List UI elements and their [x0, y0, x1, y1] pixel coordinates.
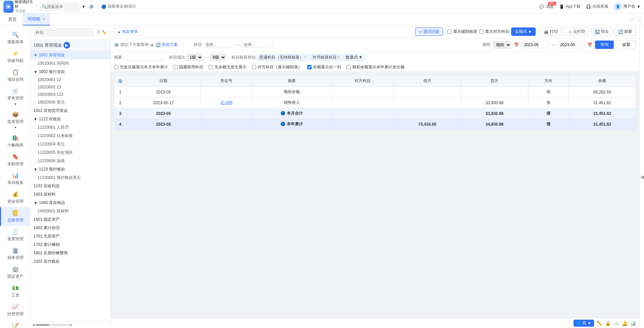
- settings-icon[interactable]: ⚙️: [88, 3, 96, 11]
- summary-input[interactable]: [123, 54, 164, 61]
- edit-icon[interactable]: ✏️: [102, 30, 107, 35]
- bell-status-icon[interactable]: 🔔: [622, 321, 628, 326]
- cb-contra-subject[interactable]: 对方科目（显示辅助项）: [252, 64, 302, 70]
- show-assist-input[interactable]: [447, 29, 452, 34]
- tab-ledger[interactable]: 明细账 ×: [23, 13, 50, 25]
- sidebar-item-ecommerce[interactable]: 🛍️ 小畅电商: [0, 132, 30, 151]
- sidebar-item-fixed-assets[interactable]: 🏢 固定资产: [0, 263, 30, 282]
- tag-foreign[interactable]: 外币核算科目 ×: [310, 54, 342, 61]
- cb-no-balance[interactable]: 无余额无发生显示: [209, 64, 247, 70]
- cb-hide-disabled[interactable]: 隐藏禁用科目: [173, 64, 203, 70]
- sidebar-item-project[interactable]: 📋 项目合同: [0, 66, 30, 85]
- cb-opening-ytd-input[interactable]: [346, 65, 351, 69]
- tree-item-10020006[interactable]: 10020006 美元: [30, 98, 110, 107]
- lock-status-icon[interactable]: 🔒: [605, 321, 611, 326]
- tree-item-11220004[interactable]: 11220004 美元: [30, 140, 110, 148]
- account-search-box[interactable]: [34, 28, 95, 37]
- sidebar-item-wholesale[interactable]: 📦 批发管理 ▼: [0, 109, 30, 132]
- setting-button[interactable]: 设置: [616, 40, 636, 49]
- right-collapse-panel[interactable]: ◀: [639, 25, 644, 328]
- user-menu[interactable]: 👤 用户名 ▼: [614, 3, 641, 11]
- period-start-input[interactable]: [522, 42, 548, 48]
- voucher-link-2[interactable]: 记-006: [220, 100, 232, 105]
- back-to-old-btn[interactable]: ↩ 退回旧版: [415, 27, 443, 36]
- account-search-input[interactable]: [36, 30, 93, 35]
- tag-quantity[interactable]: 数量式 ▼: [343, 54, 365, 61]
- search-dropdown[interactable]: ▼: [79, 4, 88, 10]
- tag-normal[interactable]: 普通科目（无特殊核算） ×: [257, 54, 309, 61]
- tree-item-1002[interactable]: ▼ 1002 银行存款: [30, 68, 110, 76]
- tree-item-10020001[interactable]: 10020001 12: [30, 76, 110, 83]
- period-end-input[interactable]: [558, 42, 585, 48]
- tree-item-10010001[interactable]: 10010001 同同同: [30, 59, 110, 68]
- app-download-btn[interactable]: 📱 App下载: [559, 4, 581, 9]
- tree-item-1123[interactable]: ▼ 1123 预付账款: [30, 165, 110, 174]
- tab-close-icon[interactable]: ×: [43, 16, 45, 22]
- online-service-btn[interactable]: 🎧 在线客服: [586, 4, 608, 9]
- tree-item-1012[interactable]: 1012 其他货币资金: [30, 107, 110, 115]
- subject-selector[interactable]: ··· — ···: [205, 42, 274, 48]
- cb-no-amount-input[interactable]: [114, 65, 118, 69]
- search-input[interactable]: [47, 4, 74, 9]
- lang-switch-btn[interactable]: 🌐 英 ▼: [574, 320, 594, 327]
- tree-item-1601[interactable]: 1601 固定资产: [30, 215, 110, 224]
- tree-item-11220001[interactable]: 11220001 人民币: [30, 123, 110, 132]
- sidebar-item-tax[interactable]: 🏛️ 税务管理: [0, 245, 30, 263]
- print-btn[interactable]: 🖨️ 打印: [540, 27, 561, 36]
- tree-item-1702[interactable]: 1702 累计摊销: [30, 241, 110, 249]
- sidebar-item-expense[interactable]: 📝 小畅报销: [0, 320, 30, 328]
- cb-no-amount[interactable]: 无发生额显示本月本年累计: [114, 64, 168, 70]
- filter-left-icon[interactable]: ◀: [150, 43, 153, 47]
- tag-normal-close[interactable]: ×: [304, 55, 307, 60]
- top-search-box[interactable]: 🔍: [39, 2, 79, 11]
- cloud-status-icon[interactable]: ☁️: [613, 321, 619, 326]
- export-btn[interactable]: ↗️ 导出: [591, 27, 612, 36]
- sidebar-item-purchase[interactable]: 🔖 采购管理: [0, 151, 30, 170]
- collapse-more-btn[interactable]: ▲ 收起更多: [114, 27, 141, 36]
- tab-minimize-icon[interactable]: —: [630, 17, 634, 22]
- currency-mode-btn[interactable]: 金额式 ▼: [511, 27, 536, 36]
- tree-item-1701[interactable]: 1701 无形资产: [30, 232, 110, 241]
- tree-item-1602[interactable]: 1602 累计折旧: [30, 224, 110, 232]
- subject-input2[interactable]: [243, 42, 270, 48]
- tab-maximize-icon[interactable]: ⛶: [637, 17, 641, 22]
- level-start-select[interactable]: 1级2级3级: [186, 54, 203, 61]
- sidebar-item-search[interactable]: 🔍 搜索菜单: [0, 29, 30, 48]
- sidebar-item-inventory[interactable]: 📊 库存核算: [0, 170, 30, 188]
- show-contra-input[interactable]: [479, 29, 484, 34]
- tree-item-11220006[interactable]: 11220006 游戏: [30, 157, 110, 165]
- sidebar-item-invoice[interactable]: 🧾 发票管理: [0, 226, 30, 245]
- sidebar-item-ledger[interactable]: 📒 总账管理: [0, 207, 30, 226]
- refresh-btn[interactable]: 🔄 刷新: [614, 27, 636, 36]
- system-scheme-link[interactable]: 🔄 系统方案: [156, 42, 178, 48]
- cb-balance-one-col[interactable]: 余额显示在一列: [307, 64, 341, 70]
- cb-no-balance-input[interactable]: [209, 65, 213, 69]
- tree-item-10020002[interactable]: 10020002 23: [30, 83, 110, 91]
- tree-item-1405[interactable]: ▼ 1405 库存商品: [30, 199, 110, 207]
- chart-status-icon[interactable]: 📊: [630, 321, 636, 326]
- level-end-select[interactable]: 6级5级4级: [210, 54, 226, 61]
- query-button[interactable]: 查询: [595, 41, 614, 49]
- scroll-left-icon[interactable]: ◀: [32, 323, 35, 327]
- tree-item-2202[interactable]: 2202 应付账款: [30, 257, 110, 266]
- cloud-print-btn[interactable]: ☁️ 云打印: [564, 27, 589, 36]
- scrollbar-thumb[interactable]: [36, 324, 49, 326]
- show-contra-checkbox[interactable]: 显示对方科目: [479, 29, 509, 35]
- scroll-right-icon[interactable]: ▶: [70, 323, 72, 327]
- th-settings[interactable]: ⚙️: [114, 75, 126, 87]
- tree-item-11220005[interactable]: 11220005 所在地区: [30, 148, 110, 157]
- notification-btn[interactable]: 💬 消息 99+: [539, 4, 554, 9]
- tree-item-1801[interactable]: 1801 长期待摊费用: [30, 249, 110, 257]
- account-nav-next[interactable]: ▶: [63, 42, 70, 49]
- cell-voucher-2[interactable]: 记-006: [201, 97, 252, 108]
- tree-item-1001[interactable]: ▼ 1001 库存现金: [30, 51, 110, 59]
- subject-input[interactable]: [205, 42, 231, 48]
- cb-opening-ytd[interactable]: 期初余额显示本年累计发生额: [346, 64, 405, 70]
- tag-foreign-close[interactable]: ×: [337, 55, 340, 60]
- tree-item-1403[interactable]: 1403 原材料: [30, 190, 110, 199]
- tree-item-11230001[interactable]: 11230001 预付账款美元: [30, 174, 110, 182]
- sidebar-item-salary[interactable]: 💵 工资: [0, 282, 30, 301]
- show-assist-checkbox[interactable]: 显示辅助核算: [447, 29, 477, 35]
- cb-balance-one-col-input[interactable]: [307, 65, 312, 69]
- sidebar-item-operations[interactable]: 📈 经营管理: [0, 301, 30, 320]
